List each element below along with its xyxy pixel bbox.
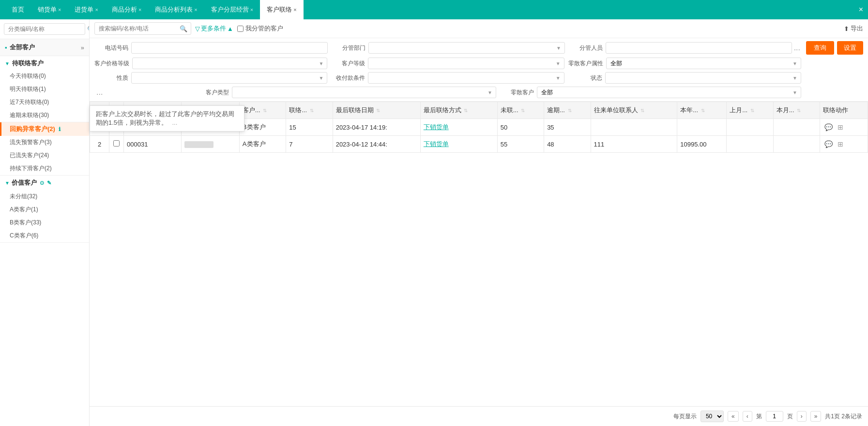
sidebar-item-overdue[interactable]: 逾期未联络(30)	[0, 109, 89, 122]
sidebar-item-class-a[interactable]: A类客户(1)	[0, 203, 89, 216]
nav-close-customer-contact[interactable]: ×	[293, 7, 296, 13]
th-last-method[interactable]: 最后联络方式 ⇅	[420, 102, 497, 119]
sidebar-expand-icon[interactable]: »	[81, 44, 84, 51]
sidebar-item-tomorrow[interactable]: 明天待联络(1)	[0, 83, 89, 96]
last-page-btn[interactable]: »	[810, 411, 822, 422]
sidebar-item-ungrouped[interactable]: 未分组(32)	[0, 190, 89, 203]
filter-person-input[interactable]	[606, 42, 792, 54]
nav-customer-contact[interactable]: 客户联络 ×	[260, 0, 303, 19]
next-page-btn[interactable]: ›	[797, 411, 807, 422]
table-scroll-area[interactable]: ⚙ 客户编码 ⇅ 客户名称 ⇅	[90, 102, 868, 406]
nav-close-product-analysis-list[interactable]: ×	[194, 7, 197, 13]
sidebar-item-7days[interactable]: 近7天待联络(0)	[0, 96, 89, 109]
th-category[interactable]: 客户... ⇅	[239, 102, 286, 119]
filter-cust-grade-select[interactable]	[368, 58, 564, 69]
th-last-date[interactable]: 最后联络日期 ⇅	[333, 102, 420, 119]
more-conditions-chevron: ▲	[227, 25, 233, 32]
row-1-chat-icon[interactable]: 💬	[824, 123, 833, 131]
td-last-method-2[interactable]: 下销货单	[420, 136, 497, 153]
nav-product-analysis-list[interactable]: 商品分析列表 ×	[148, 0, 204, 19]
sidebar-search-input[interactable]	[4, 23, 85, 35]
sidebar-item-lost[interactable]: 已流失客户(24)	[0, 149, 89, 162]
nav-close-sales-order[interactable]: ×	[58, 7, 61, 13]
nav-product-analysis[interactable]: 商品分析 ×	[105, 0, 148, 19]
td-last-method-1[interactable]: 下销货单	[420, 119, 497, 136]
row-2-chat-icon[interactable]: 💬	[824, 140, 833, 148]
sidebar-search-area: 🔍	[0, 19, 89, 39]
page-input[interactable]	[766, 411, 783, 422]
my-customers-checkbox[interactable]	[237, 26, 244, 32]
first-page-btn[interactable]: «	[728, 411, 739, 422]
sidebar-all-customers-header[interactable]: ▪ 全部客户 »	[0, 39, 89, 56]
filter-search-input[interactable]	[94, 22, 191, 35]
td-category-2: A类客户	[239, 136, 286, 153]
sidebar-item-class-c[interactable]: C类客户(6)	[0, 229, 89, 242]
filter-cust-type-label: 客户类型	[195, 88, 229, 97]
th-contact-person[interactable]: 往来单位联系人 ⇅	[591, 102, 677, 119]
filter-cust-type-select[interactable]	[232, 87, 496, 98]
nav-close-purchase-order[interactable]: ×	[95, 7, 98, 13]
nav-home[interactable]: 首页	[5, 0, 31, 19]
page-size-select[interactable]: 50	[700, 411, 724, 422]
settings-button[interactable]: 设置	[837, 41, 863, 55]
repurchase-info-icon[interactable]: ℹ	[59, 126, 61, 132]
filter-price-grade-select[interactable]	[132, 58, 327, 69]
td-this-month-2	[773, 136, 820, 153]
row-2-checkbox[interactable]	[113, 140, 120, 147]
sidebar-item-repurchase-abnormal[interactable]: 回购异常客户(2) ℹ	[0, 122, 89, 136]
more-conditions-btn[interactable]: ▽ 更多条件 ▲	[195, 24, 233, 33]
nav-close-customer-segmentation[interactable]: ×	[250, 7, 253, 13]
filter-retail-cust-select[interactable]: 全部	[537, 87, 801, 98]
sidebar-value-section[interactable]: ▼ 价值客户 ⊙ ✎	[0, 176, 89, 190]
filter-status-select[interactable]	[605, 72, 801, 84]
filter-retail-attr-select[interactable]: 全部	[606, 58, 801, 69]
query-button[interactable]: 查询	[806, 41, 834, 55]
nav-purchase-order[interactable]: 进货单 ×	[68, 0, 105, 19]
filter-search-icon[interactable]: 🔍	[180, 25, 187, 32]
filter-retail-attr-field: 零散客户属性 全部 ▼	[568, 58, 801, 69]
row-1-last-method-link[interactable]: 下销货单	[424, 123, 449, 131]
filter-person-dots[interactable]: ...	[792, 44, 802, 52]
td-name-2	[182, 136, 239, 153]
sidebar-pending-section[interactable]: ▼ 待联络客户	[0, 56, 89, 70]
row-2-grid-icon[interactable]: ⊞	[838, 140, 843, 148]
tooltip-more-icon[interactable]: ...	[172, 119, 177, 126]
filter-dept-select[interactable]	[368, 42, 565, 54]
sidebar-collapse-icon: ▪	[5, 44, 7, 51]
th-this-year[interactable]: 本年... ⇅	[677, 102, 727, 119]
filter-row4-dots[interactable]: ...	[94, 88, 105, 97]
sidebar-item-class-b[interactable]: B类客户(33)	[0, 216, 89, 229]
th-action: 联络动作	[820, 102, 868, 119]
filter-phone-input[interactable]	[131, 42, 328, 54]
filter-cust-type-field: 客户类型 ▼	[195, 87, 496, 98]
sidebar-item-today[interactable]: 今天待联络(0)	[0, 70, 89, 83]
filter-person-label: 分管人员	[569, 44, 603, 52]
th-unread[interactable]: 未联... ⇅	[497, 102, 544, 119]
filter-gender-select-wrap: ▼	[131, 72, 327, 84]
filter-search-wrap: 🔍	[94, 22, 191, 35]
nav-sales-order[interactable]: 销货单 ×	[31, 0, 68, 19]
filter-cust-grade-select-wrap: ▼	[368, 58, 564, 69]
sidebar-value-settings-icon[interactable]: ✎	[47, 180, 51, 186]
nav-close-product-analysis[interactable]: ×	[138, 7, 141, 13]
th-contact[interactable]: 联络... ⇅	[286, 102, 333, 119]
row-2-last-method-link[interactable]: 下销货单	[424, 140, 449, 147]
sidebar-value-edit-icon[interactable]: ⊙	[40, 180, 44, 186]
prev-page-btn[interactable]: ‹	[743, 411, 752, 422]
filter-row-1: 电话号码 分管部门 ▼ 分管人员 ... 查询 设置	[94, 41, 863, 55]
th-overdue[interactable]: 逾期... ⇅	[544, 102, 591, 119]
export-btn[interactable]: ⬆ 导出	[844, 24, 863, 33]
nav-customer-segmentation[interactable]: 客户分层经营 ×	[204, 0, 260, 19]
filter-phone-label: 电话号码	[94, 44, 128, 52]
filter-payment-select[interactable]	[368, 72, 564, 84]
filter-gender-select[interactable]	[131, 72, 327, 84]
filter-row-2: 客户价格等级 ▼ 客户等级 ▼ 零散客户属性	[94, 58, 863, 69]
window-close-icon[interactable]: ×	[859, 5, 863, 14]
row-1-grid-icon[interactable]: ⊞	[838, 123, 843, 131]
th-this-month[interactable]: 本月... ⇅	[773, 102, 820, 119]
sidebar-pending-arrow: ▼	[5, 61, 10, 66]
th-last-month[interactable]: 上月... ⇅	[727, 102, 773, 119]
tooltip-box: 距客户上次交易时长，超过了此客户的平均交易周期的1.5倍，则视为异常。 ...	[90, 105, 244, 132]
sidebar-item-lost-warning[interactable]: 流失预警客户(3)	[0, 136, 89, 149]
sidebar-item-declining[interactable]: 持续下滑客户(2)	[0, 162, 89, 175]
